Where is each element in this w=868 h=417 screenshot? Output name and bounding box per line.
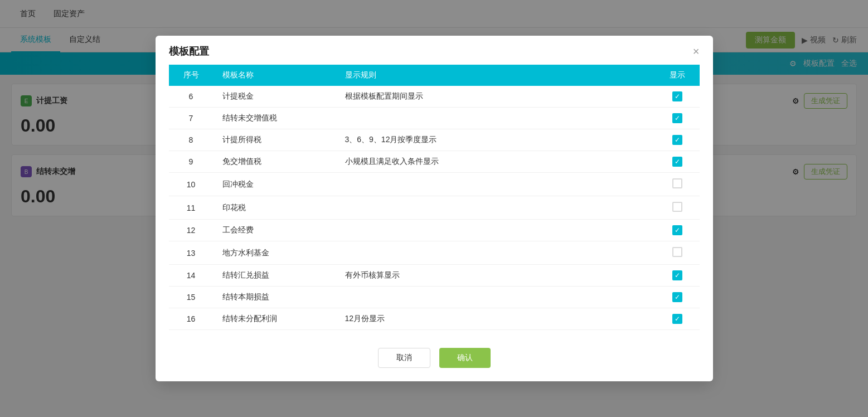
cell-name: 结转未交增值税: [214, 108, 336, 129]
col-header-name: 模板名称: [214, 65, 336, 86]
checkbox-6[interactable]: ✓: [672, 91, 682, 101]
cell-rule: [336, 241, 655, 265]
table-row: 14结转汇兑损益有外币核算显示✓: [169, 265, 700, 287]
cell-id: 13: [169, 241, 214, 265]
cell-id: 15: [169, 287, 214, 308]
checkbox-15[interactable]: ✓: [672, 292, 682, 302]
cancel-button[interactable]: 取消: [378, 348, 430, 368]
table-row: 6计提税金根据模板配置期间显示✓: [169, 86, 700, 108]
table-header-row: 序号 模板名称 显示规则 显示: [169, 65, 700, 86]
template-config-modal: 模板配置 × 序号 模板名称 显示规则 显示 6计提税金根据模板配置期间显示✓7…: [156, 36, 713, 381]
checkbox-9[interactable]: ✓: [672, 157, 682, 167]
cell-id: 14: [169, 265, 214, 287]
cell-rule: [336, 173, 655, 196]
config-table: 序号 模板名称 显示规则 显示 6计提税金根据模板配置期间显示✓7结转未交增值税…: [169, 65, 700, 330]
cell-id: 12: [169, 220, 214, 241]
checkbox-13[interactable]: [672, 247, 682, 257]
checkbox-12[interactable]: ✓: [672, 225, 682, 235]
cell-name: 计提税金: [214, 86, 336, 108]
table-row: 7结转未交增值税✓: [169, 108, 700, 129]
cell-rule: 小规模且满足收入条件显示: [336, 151, 655, 173]
cell-checkbox: ✓: [655, 86, 700, 108]
cell-name: 免交增值税: [214, 151, 336, 173]
cell-id: 6: [169, 86, 214, 108]
checkbox-7[interactable]: ✓: [672, 113, 682, 123]
cell-checkbox: [655, 241, 700, 265]
cell-rule: [336, 220, 655, 241]
modal-overlay: 模板配置 × 序号 模板名称 显示规则 显示 6计提税金根据模板配置期间显示✓7…: [0, 0, 868, 417]
cell-id: 7: [169, 108, 214, 129]
checkbox-16[interactable]: ✓: [672, 314, 682, 324]
checkbox-8[interactable]: ✓: [672, 135, 682, 145]
cell-checkbox: ✓: [655, 151, 700, 173]
cell-checkbox: ✓: [655, 129, 700, 151]
modal-body: 序号 模板名称 显示规则 显示 6计提税金根据模板配置期间显示✓7结转未交增值税…: [156, 65, 713, 339]
cell-id: 11: [169, 196, 214, 220]
table-row: 9免交增值税小规模且满足收入条件显示✓: [169, 151, 700, 173]
cell-name: 结转本期损益: [214, 287, 336, 308]
col-header-id: 序号: [169, 65, 214, 86]
table-row: 15结转本期损益✓: [169, 287, 700, 308]
checkbox-11[interactable]: [672, 202, 682, 212]
cell-checkbox: ✓: [655, 265, 700, 287]
cell-checkbox: ✓: [655, 108, 700, 129]
modal-header: 模板配置 ×: [156, 36, 713, 65]
cell-checkbox: ✓: [655, 308, 700, 330]
cell-name: 计提所得税: [214, 129, 336, 151]
confirm-button[interactable]: 确认: [439, 348, 491, 368]
cell-id: 16: [169, 308, 214, 330]
cell-name: 印花税: [214, 196, 336, 220]
table-row: 8计提所得税3、6、9、12月按季度显示✓: [169, 129, 700, 151]
col-header-rule: 显示规则: [336, 65, 655, 86]
cell-rule: [336, 108, 655, 129]
table-row: 12工会经费✓: [169, 220, 700, 241]
cell-id: 8: [169, 129, 214, 151]
table-row: 13地方水利基金: [169, 241, 700, 265]
table-row: 10回冲税金: [169, 173, 700, 196]
table-row: 16结转未分配利润12月份显示✓: [169, 308, 700, 330]
cell-rule: [336, 196, 655, 220]
cell-rule: [336, 287, 655, 308]
modal-title: 模板配置: [169, 45, 209, 58]
table-row: 11印花税: [169, 196, 700, 220]
cell-checkbox: [655, 196, 700, 220]
checkbox-14[interactable]: ✓: [672, 270, 682, 280]
modal-footer: 取消 确认: [156, 339, 713, 381]
cell-checkbox: ✓: [655, 287, 700, 308]
col-header-display: 显示: [655, 65, 700, 86]
cell-id: 9: [169, 151, 214, 173]
cell-name: 回冲税金: [214, 173, 336, 196]
cell-checkbox: [655, 173, 700, 196]
cell-rule: 有外币核算显示: [336, 265, 655, 287]
cell-name: 结转汇兑损益: [214, 265, 336, 287]
checkbox-10[interactable]: [672, 178, 682, 188]
modal-close-button[interactable]: ×: [693, 46, 700, 57]
cell-id: 10: [169, 173, 214, 196]
cell-checkbox: ✓: [655, 220, 700, 241]
cell-rule: 根据模板配置期间显示: [336, 86, 655, 108]
cell-name: 结转未分配利润: [214, 308, 336, 330]
cell-rule: 12月份显示: [336, 308, 655, 330]
cell-name: 工会经费: [214, 220, 336, 241]
cell-rule: 3、6、9、12月按季度显示: [336, 129, 655, 151]
cell-name: 地方水利基金: [214, 241, 336, 265]
